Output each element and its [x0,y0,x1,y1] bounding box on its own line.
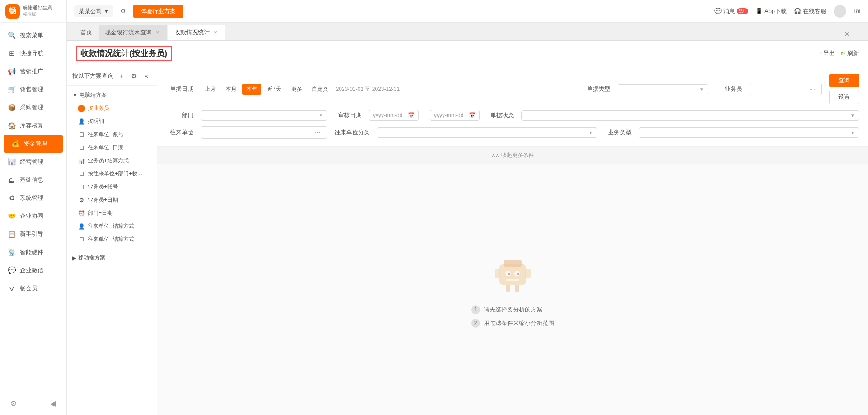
doc-type-select[interactable]: ▾ [618,84,708,94]
refresh-btn[interactable]: ↻ 刷新 [840,49,859,57]
scheme-item-by-dept-date[interactable]: ⏰部门+日期 [67,207,157,220]
query-btn[interactable]: 查询 [829,74,859,87]
company-selector[interactable]: 某某公司 ▾ [74,5,113,17]
chevron-down-icon: ▾ [700,86,703,92]
sidebar-item-marketing[interactable]: 📢营销推广 [0,62,66,80]
sidebar-item-sales[interactable]: 🛒销售管理 [0,80,66,99]
add-scheme-btn[interactable]: + [116,71,126,81]
more-icon[interactable]: ··· [807,85,817,93]
desktop-section-title[interactable]: ▼ 电脑端方案 [67,89,157,102]
date-field: 上月 本月 本年 近7天 更多 自定义 2023-01-01 至 2023-12… [201,84,576,95]
settings-icon[interactable]: ⚙ [7,397,20,410]
sidebar-item-finance[interactable]: 💰资金管理 [4,135,63,153]
tab-bank-flow-close[interactable]: × [155,29,161,36]
shortcut-icon: ⊞ [7,49,16,58]
app-download-label: App下载 [764,7,787,15]
review-date-end[interactable]: yyyy-mm-dd 📅 [430,110,480,121]
date-label: 单据日期 [166,85,193,93]
scheme-item-by-salesman-date[interactable]: ⚙业务员+日期 [67,193,157,207]
scheme-item-by-salesman-settlement[interactable]: 📊业务员+结算方式 [67,154,157,167]
salesman-select[interactable]: ··· [750,83,822,95]
sidebar-item-label: 库存核算 [20,122,43,130]
svg-point-5 [517,273,519,275]
partner-type-label: 往来单位分类 [335,128,370,137]
business-type-select[interactable]: ▾ [639,127,859,138]
review-date-start[interactable]: yyyy-mm-dd 📅 [369,110,419,121]
sidebar-item-inventory[interactable]: 🏠库存核算 [0,117,66,135]
collapse-icon[interactable]: ◀‌‌ [47,397,59,410]
scheme-item-by-partner-dept-collection[interactable]: ☐按往来单位+部门+收... [67,167,157,180]
partner-type-select[interactable]: ▾ [377,127,597,138]
online-service-label: 在线客服 [803,7,826,15]
last-month-tab[interactable]: 上月 [201,84,220,95]
refresh-icon: ↻ [840,50,845,57]
doc-status-select[interactable]: ▾ [521,110,859,121]
more-tab[interactable]: 更多 [287,84,306,95]
basic-icon: 🗂 [7,175,16,184]
by-detail-icon: 👤 [78,118,85,125]
message-action[interactable]: 💬 消息 99+ [714,7,748,15]
scheme-item-by-detail[interactable]: 👤按明细 [67,115,157,128]
mobile-scheme-section: ▶ 移动端方案 [67,249,157,267]
tab-collection-close[interactable]: × [212,29,219,36]
collapse-bar[interactable]: ∧∧ 收起更多条件 [157,146,868,164]
sidebar-item-label: 搜索菜单 [20,31,43,39]
export-btn[interactable]: ↑ 导出 [819,49,835,57]
user-avatar[interactable] [834,5,846,18]
tab-collection[interactable]: 收款情况统计 × [168,25,225,40]
more-icon[interactable]: ··· [313,128,322,137]
dept-select[interactable]: ▾ [201,110,327,121]
partner-select[interactable]: ··· [201,126,327,139]
sidebar-item-system[interactable]: ⚙系统管理 [0,189,66,207]
by-partner-account-icon: ☐ [78,131,85,138]
logo-icon: 畅 [5,4,20,19]
online-service-action[interactable]: 🎧 在线客服 [794,7,826,15]
close-window-btn[interactable]: ✕ [844,30,850,38]
scheme-item-by-partner-date[interactable]: ☐往来单位+日期 [67,141,157,154]
sidebar-item-search[interactable]: 🔍搜索菜单 [0,26,66,44]
scheme-settings-btn[interactable]: ⚙ [129,71,139,81]
sidebar-item-guide[interactable]: 📋新手引导 [0,225,66,243]
sidebar-item-shortcut[interactable]: ⊞快捷导航 [0,44,66,62]
settings-icon[interactable]: ⚙ [118,6,128,16]
tab-bank-flow[interactable]: 现金银行流水查询 × [99,25,167,40]
sales-icon: 🛒 [7,85,16,94]
last7-tab[interactable]: 近7天 [263,84,285,95]
svg-rect-9 [506,285,510,292]
sidebar-item-label: 系统管理 [20,194,43,202]
custom-tab[interactable]: 自定义 [308,84,332,95]
sidebar-item-basic[interactable]: 🗂基础信息 [0,171,66,189]
main: 某某公司 ▾ ⚙ 体验行业方案 💬 消息 99+ 📱 App下载 🎧 在线客服 … [67,0,868,415]
scheme-item-by-salesman-account[interactable]: ☐业务员+账号 [67,180,157,193]
enterprise-icon: 🤝 [7,212,16,221]
sidebar-item-enterprise[interactable]: 🤝企业协同 [0,207,66,225]
scheme-item-by-partner-settlement[interactable]: 👤往来单位+结算方式 [67,220,157,233]
this-month-tab[interactable]: 本月 [222,84,241,95]
svg-rect-8 [525,269,531,278]
sidebar-item-operations[interactable]: 📊经营管理 [0,153,66,171]
sidebar-item-hardware[interactable]: 📡智能硬件 [0,243,66,261]
app-download-action[interactable]: 📱 App下载 [755,7,787,15]
this-year-tab[interactable]: 本年 [242,84,261,95]
marketing-icon: 📢 [7,67,16,76]
hardware-icon: 📡 [7,248,16,257]
svg-rect-1 [504,260,522,267]
tab-home[interactable]: 首页 [74,25,99,40]
filter-area: 单据日期 上月 本月 本年 近7天 更多 自定义 2023-01-01 至 20… [157,66,868,146]
sidebar-item-member[interactable]: V畅会员 [0,279,66,297]
page-header: 收款情况统计(按业务员) ↑ 导出 ↻ 刷新 [67,41,868,66]
maximize-btn[interactable]: ⛶ [854,30,861,38]
scheme-item-by-salesman[interactable]: 按业务员 [67,102,157,115]
mobile-section-title[interactable]: ▶ 移动端方案 [67,251,157,264]
settings-btn[interactable]: 设置 [829,90,859,104]
sidebar-item-wechat[interactable]: 💬企业微信 [0,261,66,279]
sidebar-item-purchase[interactable]: 📦采购管理 [0,99,66,117]
sidebar-logo: 畅 畅捷通好生意 标准版 [0,0,66,23]
sidebar-item-label: 新手引导 [20,230,43,238]
scheme-item-by-partner-account[interactable]: ☐往来单位+账号 [67,128,157,141]
trial-btn[interactable]: 体验行业方案 [133,5,183,18]
page-title: 收款情况统计(按业务员) [76,46,172,61]
scheme-collapse-btn[interactable]: « [142,71,151,81]
date-end-placeholder: yyyy-mm-dd [434,112,463,118]
scheme-item-by-partner-settlement2[interactable]: ☐往来单位+结算方式 [67,233,157,246]
